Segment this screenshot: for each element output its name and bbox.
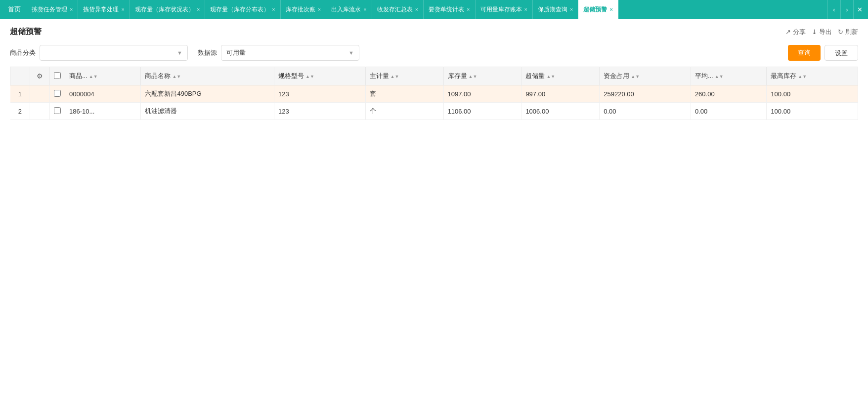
select-all-checkbox[interactable]: [54, 72, 61, 79]
datasource-label: 数据源: [198, 48, 217, 57]
cell-over_stock: 1006.00: [521, 103, 600, 120]
nav-tab-------[interactable]: 收发存汇总表×: [372, 0, 424, 19]
cell-spec: 123: [274, 85, 366, 103]
cell-spec: 123: [274, 103, 366, 120]
cell-max_stock: 100.00: [767, 103, 858, 120]
nav-tab-label: 可用量库存账本: [480, 5, 522, 14]
col-over_stock[interactable]: 超储量▲▼: [521, 67, 600, 85]
col-capital[interactable]: 资金占用▲▼: [600, 67, 691, 85]
share-label: 分享: [793, 28, 806, 37]
page-header: 超储预警 ↗ 分享 ⤓ 导出 ↻ 刷新: [10, 27, 858, 37]
sort-icon: ▲▼: [172, 74, 181, 79]
nav-tab-label: 拣货异常处理: [83, 5, 119, 14]
tab-close-icon[interactable]: ×: [609, 6, 612, 12]
tab-close-icon[interactable]: ×: [272, 6, 275, 12]
cell-capital: 0.00: [600, 103, 691, 120]
nav-prev-button[interactable]: ‹: [827, 0, 840, 19]
datasource-select[interactable]: 可用量 ▼: [221, 45, 359, 61]
col-stock[interactable]: 库存量▲▼: [443, 67, 521, 85]
filter-row: 商品分类 ▼ 数据源 可用量 ▼ 查询 设置: [10, 45, 858, 61]
sort-icon: ▲▼: [305, 74, 314, 79]
cell-product_name: 六配套新昌490BPG: [141, 85, 274, 103]
cell-unit: 个: [365, 103, 443, 120]
row-index: 1: [10, 85, 30, 103]
tab-close-icon[interactable]: ×: [363, 6, 366, 12]
row-checkbox[interactable]: [54, 90, 61, 97]
sort-icon: ▲▼: [546, 74, 555, 79]
nav-tab-------[interactable]: 拣货任务管理×: [27, 0, 78, 19]
refresh-icon: ↻: [838, 28, 843, 36]
col-settings: ⚙: [30, 67, 50, 85]
cell-product_code: 0000004: [65, 85, 141, 103]
nav-tab------[interactable]: 保质期查询×: [533, 0, 578, 19]
col-spec[interactable]: 规格型号▲▼: [274, 67, 366, 85]
category-label: 商品分类: [10, 48, 36, 57]
settings-button[interactable]: 设置: [825, 45, 858, 61]
cell-stock: 1106.00: [443, 103, 521, 120]
category-select[interactable]: ▼: [40, 45, 188, 61]
refresh-button[interactable]: ↻ 刷新: [838, 28, 858, 37]
cell-product_name: 机油滤清器: [141, 103, 274, 120]
col-product_code[interactable]: 商品...▲▼: [65, 67, 141, 85]
tab-close-icon[interactable]: ×: [570, 6, 573, 12]
col-unit[interactable]: 主计量▲▼: [365, 67, 443, 85]
col-product_name[interactable]: 商品名称▲▼: [141, 67, 274, 85]
data-table: ⚙商品...▲▼商品名称▲▼规格型号▲▼主计量▲▼库存量▲▼超储量▲▼资金占用▲…: [10, 67, 858, 120]
tab-close-icon[interactable]: ×: [121, 6, 124, 12]
nav-tab-------[interactable]: 拣货异常处理×: [78, 0, 130, 19]
nav-tab------[interactable]: 库存批次账×: [281, 0, 326, 19]
table-row: 10000004六配套新昌490BPG123套1097.00997.002592…: [10, 85, 858, 103]
nav-close-button[interactable]: ✕: [853, 0, 866, 19]
table-header: ⚙商品...▲▼商品名称▲▼规格型号▲▼主计量▲▼库存量▲▼超储量▲▼资金占用▲…: [10, 67, 858, 85]
chevron-down-icon: ▼: [177, 50, 182, 56]
cell-product_code: 186-10...: [65, 103, 141, 120]
nav-tabs: 拣货任务管理×拣货异常处理×现存量（库存状况表）×现存量（库存分布表）×库存批次…: [27, 0, 618, 19]
export-button[interactable]: ⤓ 导出: [812, 28, 832, 37]
col-index: [10, 67, 30, 85]
query-button[interactable]: 查询: [788, 45, 821, 61]
tab-close-icon[interactable]: ×: [70, 6, 73, 12]
nav-tab-------[interactable]: 要货单统计表×: [424, 0, 475, 19]
nav-tab-label: 现存量（库存状况表）: [135, 5, 194, 14]
nav-arrows: ‹ › ✕: [827, 0, 866, 19]
col-avg[interactable]: 平均...▲▼: [691, 67, 766, 85]
nav-tab-label: 出入库流水: [331, 5, 361, 14]
tab-close-icon[interactable]: ×: [197, 6, 200, 12]
sort-icon: ▲▼: [391, 74, 399, 79]
col-check: [50, 67, 65, 85]
tab-close-icon[interactable]: ×: [318, 6, 321, 12]
nav-tab-----------[interactable]: 现存量（库存分布表）×: [205, 0, 280, 19]
share-button[interactable]: ↗ 分享: [785, 28, 806, 37]
nav-next-button[interactable]: ›: [840, 0, 853, 19]
tab-close-icon[interactable]: ×: [524, 6, 527, 12]
row-checkbox-cell[interactable]: [50, 85, 65, 103]
nav-tab-label: 要货单统计表: [429, 5, 464, 14]
home-label: 首页: [8, 5, 21, 14]
home-tab[interactable]: 首页: [2, 0, 27, 19]
row-checkbox[interactable]: [54, 107, 61, 114]
sort-icon: ▲▼: [715, 74, 724, 79]
cell-avg: 0.00: [691, 103, 766, 120]
sort-icon: ▲▼: [469, 74, 477, 79]
datasource-filter: 数据源 可用量 ▼: [198, 45, 359, 61]
row-checkbox-cell[interactable]: [50, 103, 65, 120]
nav-tab-----------[interactable]: 现存量（库存状况表）×: [130, 0, 205, 19]
nav-tab-label: 超储预警: [583, 5, 607, 14]
cell-max_stock: 100.00: [767, 85, 858, 103]
tab-close-icon[interactable]: ×: [467, 6, 470, 12]
export-label: 导出: [819, 28, 832, 37]
settings-icon[interactable]: ⚙: [37, 72, 43, 80]
datasource-value: 可用量: [226, 48, 246, 57]
export-icon: ⤓: [812, 28, 817, 36]
nav-tab------[interactable]: 出入库流水×: [326, 0, 372, 19]
nav-tab-----[interactable]: 超储预警×: [578, 0, 618, 19]
nav-tab--------[interactable]: 可用量库存账本×: [476, 0, 533, 19]
row-settings: [30, 85, 50, 103]
tab-close-icon[interactable]: ×: [415, 6, 418, 12]
share-icon: ↗: [785, 28, 791, 36]
cell-unit: 套: [365, 85, 443, 103]
filter-buttons: 查询 设置: [788, 45, 858, 61]
cell-stock: 1097.00: [443, 85, 521, 103]
col-max_stock[interactable]: 最高库存▲▼: [767, 67, 858, 85]
category-filter: 商品分类 ▼: [10, 45, 188, 61]
